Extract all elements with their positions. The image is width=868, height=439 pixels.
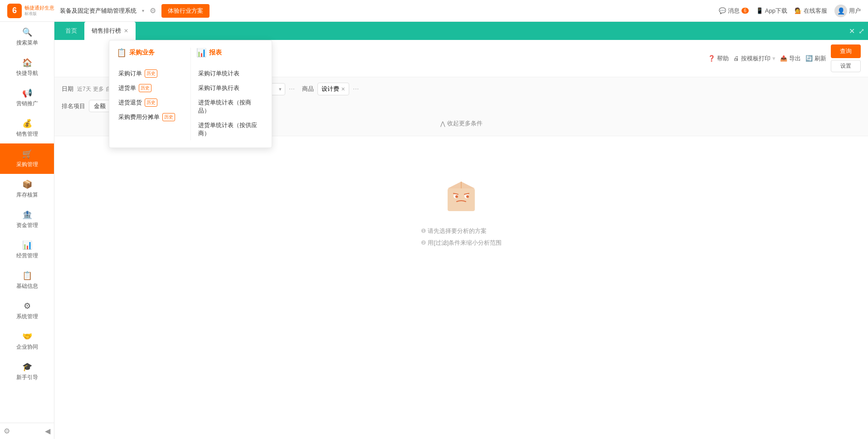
user-button[interactable]: 👤 用户	[834, 5, 861, 17]
dropdown-report-col: 📊 报表 采购订单统计表 采购订单执行表 进货单统计表（按商品）	[196, 48, 265, 140]
industry-button[interactable]: 体验行业方案	[161, 4, 210, 18]
dropdown-item-incoming[interactable]: 进货单 历史	[117, 81, 185, 95]
message-button[interactable]: 💬 消息 6	[719, 7, 749, 15]
product-dots[interactable]: ···	[353, 85, 359, 93]
report-col-icon: 📊	[196, 48, 206, 58]
product-tag: 设计费 ✕	[317, 83, 349, 95]
refresh-button[interactable]: 🔄 刷新	[805, 54, 826, 63]
enterprise-icon: 🤝	[22, 331, 32, 341]
capital-icon: 🏦	[22, 210, 32, 220]
sidebar-label-marketing: 营销推广	[16, 100, 38, 108]
sidebar-label-newbie: 新手引导	[16, 374, 38, 381]
sidebar-label-purchase: 采购管理	[16, 161, 38, 168]
sidebar-item-basic[interactable]: 📋 基础信息	[0, 265, 54, 296]
sidebar-item-capital[interactable]: 🏦 资金管理	[0, 204, 54, 235]
dropdown-item-return[interactable]: 进货退货 历史	[117, 96, 185, 109]
system-title: 装备及固定资产辅助管理系统	[60, 7, 137, 15]
tab-close-all-icon[interactable]: ✕	[849, 27, 855, 35]
dropdown-item-expense[interactable]: 采购费用分摊单 历史	[117, 110, 185, 124]
help-button[interactable]: ❓ 帮助	[708, 54, 729, 63]
sidebar-item-search[interactable]: 🔍 搜索菜单	[0, 22, 54, 52]
operations-icon: 📊	[22, 240, 32, 250]
purchase-dropdown-menu: 📋 采购业务 采购订单 历史 进货单 历史 进货退货	[109, 40, 272, 148]
app-download-button[interactable]: 📱 App下载	[756, 7, 787, 15]
tab-home[interactable]: 首页	[58, 22, 84, 40]
topbar-right: 💬 消息 6 📱 App下载 💁 在线客服 👤 用户	[719, 5, 861, 17]
export-button[interactable]: 📤 导出	[780, 54, 801, 63]
refresh-label: 刷新	[814, 54, 826, 63]
incoming-stats-supplier-label: 进货单统计表（按供应商）	[198, 121, 263, 138]
rank-label: 排名项目	[62, 102, 85, 110]
tab-sales-rank[interactable]: 销售排行榜 ✕	[84, 22, 136, 40]
expense-label: 采购费用分摊单	[118, 113, 160, 121]
tab-expand-icon[interactable]: ⤢	[858, 27, 864, 35]
sidebar-item-purchase[interactable]: 🛒 采购管理	[0, 143, 54, 174]
newbie-icon: 🎓	[22, 362, 32, 372]
dropdown-item-incoming-stats-supplier[interactable]: 进货单统计表（按供应商）	[196, 118, 265, 140]
sidebar-collapse-button[interactable]: ◀	[45, 427, 50, 435]
sidebar-item-inventory[interactable]: 📦 库存核算	[0, 174, 54, 204]
return-label: 进货退货	[118, 99, 142, 107]
incoming-stats-product-label: 进货单统计表（按商品）	[198, 99, 263, 115]
dropdown-item-purchase-order[interactable]: 采购订单 历史	[117, 67, 185, 80]
purchase-col-label: 采购业务	[129, 49, 155, 57]
bill-status-dots[interactable]: ···	[289, 85, 295, 93]
dropdown-item-incoming-stats-product[interactable]: 进货单统计表（按商品）	[196, 96, 265, 118]
sidebar-item-quick[interactable]: 🏠 快捷导航	[0, 52, 54, 83]
sidebar-item-sales[interactable]: 💰 销售管理	[0, 113, 54, 143]
sidebar: 🔍 搜索菜单 🏠 快捷导航 📢 营销推广 💰 销售管理 🛒 采购管理 📦 库存核…	[0, 22, 54, 439]
logo: 6 畅捷通好生意 标准版	[7, 4, 54, 18]
incoming-label: 进货单	[118, 84, 136, 92]
sidebar-item-operations[interactable]: 📊 经营管理	[0, 235, 54, 265]
date-7days[interactable]: 近7天	[77, 85, 91, 93]
purchase-col-icon: 📋	[117, 48, 127, 58]
user-label: 用户	[849, 7, 861, 15]
inventory-icon: 📦	[22, 179, 32, 189]
sidebar-bottom: ⚙ ◀	[0, 423, 54, 439]
collapse-label: 收起更多条件	[447, 119, 483, 128]
tab-bar: 首页 销售排行榜 ✕ ✕ ⤢	[54, 22, 868, 40]
dropdown-item-order-stats[interactable]: 采购订单统计表	[196, 67, 265, 80]
svg-rect-0	[448, 188, 475, 211]
sidebar-settings-button[interactable]: ⚙	[4, 427, 10, 435]
purchase-col-title: 📋 采购业务	[117, 48, 185, 61]
sidebar-label-search: 搜索菜单	[16, 39, 38, 47]
empty-hint-1: 请先选择要分析的方案	[421, 225, 502, 237]
report-col-label: 报表	[209, 49, 222, 57]
app-label: App下载	[765, 7, 787, 15]
set-button[interactable]: 设置	[831, 60, 861, 72]
sidebar-item-enterprise[interactable]: 🤝 企业协同	[0, 326, 54, 356]
main-layout: 🔍 搜索菜单 🏠 快捷导航 📢 营销推广 💰 销售管理 🛒 采购管理 📦 库存核…	[0, 22, 868, 439]
topbar-gear[interactable]: ⚙	[150, 6, 156, 15]
online-service-button[interactable]: 💁 在线客服	[795, 7, 827, 15]
print-button[interactable]: 🖨 按模板打印 ▾	[733, 54, 775, 63]
logo-icon: 6	[7, 4, 22, 18]
report-col-title: 📊 报表	[196, 48, 265, 61]
dropdown-purchase-col: 📋 采购业务 采购订单 历史 进货单 历史 进货退货	[117, 48, 185, 140]
logo-badge: 标准版	[24, 11, 54, 17]
system-icon: ⚙	[24, 301, 31, 311]
date-more[interactable]: 更多	[93, 85, 104, 93]
sidebar-label-sales: 销售管理	[16, 130, 38, 138]
product-tag-close[interactable]: ✕	[341, 86, 345, 92]
sidebar-label-system: 系统管理	[16, 313, 38, 321]
basic-icon: 📋	[22, 271, 32, 281]
product-label: 商品	[302, 85, 314, 93]
query-button[interactable]: 查询	[831, 44, 861, 58]
sidebar-label-basic: 基础信息	[16, 282, 38, 290]
topbar-arrow[interactable]: ▾	[142, 8, 144, 13]
tab-home-label: 首页	[65, 27, 77, 35]
sidebar-item-system[interactable]: ⚙ 系统管理	[0, 296, 54, 326]
sidebar-label-capital: 资金管理	[16, 222, 38, 229]
service-label: 在线客服	[804, 7, 827, 15]
tab-close-icon[interactable]: ✕	[124, 28, 128, 34]
tab-sales-rank-label: 销售排行榜	[92, 27, 121, 35]
sidebar-label-enterprise: 企业协同	[16, 343, 38, 351]
dropdown-item-order-exec[interactable]: 采购订单执行表	[196, 81, 265, 95]
sidebar-item-marketing[interactable]: 📢 营销推广	[0, 83, 54, 113]
order-exec-label: 采购订单执行表	[198, 84, 239, 92]
sidebar-item-newbie[interactable]: 🎓 新手引导	[0, 356, 54, 387]
home-icon: 🏠	[22, 58, 32, 68]
print-label: 按模板打印	[741, 54, 770, 63]
help-label: 帮助	[717, 54, 729, 63]
